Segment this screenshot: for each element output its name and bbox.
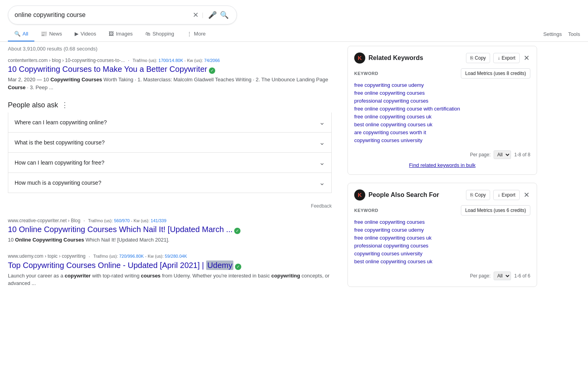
feedback-text[interactable]: Feedback [311, 203, 332, 209]
widget-title-1: Related Keywords [368, 54, 423, 62]
result-url-1: contentwriters.com › blog › 10-copywriti… [8, 58, 125, 63]
per-page-select-1[interactable]: All 10 25 [494, 150, 511, 159]
mic-button[interactable]: 🎤 [207, 9, 218, 21]
tab-images-label: Images [116, 31, 133, 37]
keyword-link-2-0[interactable]: free online copywriting courses [354, 219, 425, 225]
paa-chevron-3: ⌄ [319, 158, 325, 167]
keyword-link-2-3[interactable]: professional copywriting courses [354, 243, 428, 249]
export-icon-2: ↓ [498, 192, 500, 198]
tab-more-label: More [194, 31, 206, 37]
keyword-item-1-5: best online copywriting courses uk [354, 121, 530, 127]
search-tabs: 🔍 All 📰 News ▶ Videos 🖼 Images 🛍 Shoppin… [0, 27, 588, 42]
verified-icon-2: ✓ [234, 228, 240, 234]
paa-chevron-2: ⌄ [319, 138, 325, 147]
copy-button-1[interactable]: ⎘ Copy [466, 53, 490, 63]
keyword-link-1-2[interactable]: professional copywriting courses [354, 98, 428, 104]
close-button-1[interactable]: ✕ [523, 53, 530, 63]
tab-all-label: All [23, 31, 28, 37]
all-icon: 🔍 [14, 31, 21, 37]
search-button[interactable]: 🔍 [218, 9, 230, 21]
search-result-2: www.creative-copywriter.net › Blog · Tra… [8, 217, 332, 244]
result-title-1: 10 Copywriting Courses to Make You a Bet… [8, 64, 332, 74]
clear-icon[interactable]: ✕ [193, 11, 199, 19]
widget-k-icon-2: K [354, 189, 365, 200]
result-url-row-2: www.creative-copywriter.net › Blog · Tra… [8, 217, 332, 223]
widget-header-2: K People Also Search For ⎘ Copy ↓ Export… [354, 189, 530, 200]
export-icon-1: ↓ [498, 55, 500, 61]
page-info-1: 1-8 of 8 [514, 152, 530, 157]
paa-item-4[interactable]: How much is a copywriting course? ⌄ [8, 173, 332, 193]
paa-item-1[interactable]: Where can I learn copywriting online? ⌄ [8, 112, 332, 133]
right-column: K Related Keywords ⎘ Copy ↓ Export ✕ KE [348, 46, 537, 297]
keyword-link-2-4[interactable]: copywriting courses university [354, 251, 423, 257]
widget-header-1: K Related Keywords ⎘ Copy ↓ Export ✕ [354, 52, 530, 64]
tab-news[interactable]: 📰 News [34, 27, 68, 41]
per-page-label-2: Per page: [470, 273, 490, 279]
widget-footer-2: Per page: All 10 25 1-6 of 6 [354, 268, 530, 280]
keyword-link-1-6[interactable]: are copywriting courses worth it [354, 129, 426, 135]
tab-shopping-label: Shopping [152, 31, 174, 37]
result-traf-2: Traf/mo (us): 560/970 - Kw (us): 141/339 [88, 218, 166, 223]
keyword-item-1-7: copywriting courses university [354, 137, 530, 143]
paa-question-2: What is the best copywriting course? [15, 139, 105, 146]
close-button-2[interactable]: ✕ [523, 190, 530, 200]
tab-images[interactable]: 🖼 Images [102, 27, 139, 41]
result-url-row-3: www.udemy.com › topic › copywriting · Tr… [8, 253, 332, 259]
tab-videos[interactable]: ▶ Videos [68, 27, 103, 41]
load-metrics-button-1[interactable]: Load Metrics (uses 8 credits) [461, 68, 530, 79]
export-button-2[interactable]: ↓ Export [493, 190, 520, 200]
keyword-link-1-5[interactable]: best online copywriting courses uk [354, 122, 432, 127]
result-snippet-3: Launch your career as a copywriter with … [8, 272, 332, 287]
verified-icon-1: ✓ [209, 67, 215, 74]
tab-all[interactable]: 🔍 All [8, 27, 34, 41]
result-title-link-3[interactable]: Top Copywriting Courses Online - Updated… [8, 261, 241, 270]
left-column: About 3,910,000 results (0.68 seconds) c… [8, 46, 332, 297]
copy-label-2: Copy [475, 192, 486, 198]
tab-videos-label: Videos [81, 31, 96, 37]
paa-question-4: How much is a copywriting course? [15, 180, 101, 186]
news-icon: 📰 [41, 31, 47, 37]
result-url-row-1: contentwriters.com › blog › 10-copywriti… [8, 57, 332, 63]
paa-chevron-4: ⌄ [319, 178, 325, 187]
result-title-link-1[interactable]: 10 Copywriting Courses to Make You a Bet… [8, 65, 215, 73]
keyword-item-1-6: are copywriting courses worth it [354, 129, 530, 135]
copy-button-2[interactable]: ⎘ Copy [466, 190, 490, 200]
paa-question-1: Where can I learn copywriting online? [15, 119, 107, 126]
result-url-3: www.udemy.com › topic › copywriting [8, 253, 86, 259]
paa-item-3[interactable]: How can I learn copywriting for free? ⌄ [8, 153, 332, 173]
tools-link[interactable]: Tools [568, 31, 580, 37]
export-label-1: Export [502, 55, 515, 61]
keyword-link-2-1[interactable]: free copywriting course udemy [354, 227, 424, 233]
related-keywords-widget: K Related Keywords ⎘ Copy ↓ Export ✕ KE [348, 46, 537, 175]
tab-shopping[interactable]: 🛍 Shopping [139, 27, 180, 41]
keyword-item-1-2: professional copywriting courses [354, 97, 530, 104]
people-also-search-widget: K People Also Search For ⎘ Copy ↓ Export… [348, 183, 537, 287]
paa-header: People also ask ⋮ [8, 101, 332, 109]
keyword-link-1-1[interactable]: free online copywriting courses [354, 90, 425, 96]
keyword-item-1-0: free copywriting course udemy [354, 82, 530, 88]
search-input[interactable] [15, 11, 193, 19]
keyword-link-1-7[interactable]: copywriting courses university [354, 137, 423, 143]
keyword-link-1-4[interactable]: free online copywriting courses uk [354, 114, 432, 120]
tab-news-label: News [49, 31, 62, 37]
keyword-item-2-2: free online copywriting courses uk [354, 234, 530, 241]
more-icon: ⋮ [187, 31, 192, 37]
widget-footer-1: Per page: All 10 25 1-8 of 8 [354, 147, 530, 159]
load-metrics-button-2[interactable]: Load Metrics (uses 6 credits) [461, 205, 530, 215]
keyword-link-1-3[interactable]: free online copywriting course with cert… [354, 106, 460, 112]
keyword-link-2-2[interactable]: free online copywriting courses uk [354, 235, 432, 241]
keyword-col-label-2: KEYWORD [354, 208, 378, 213]
keyword-item-2-4: copywriting courses university [354, 250, 530, 257]
export-button-1[interactable]: ↓ Export [493, 53, 520, 63]
paa-menu-icon[interactable]: ⋮ [61, 101, 68, 109]
per-page-select-2[interactable]: All 10 25 [494, 272, 511, 280]
search-bar: ✕ | 🎤 🔍 [8, 6, 237, 24]
keyword-link-2-5[interactable]: best online copywriting courses uk [354, 259, 432, 264]
result-traf-1: Traf/mo (us): 1700/14.80K - Kw (us): 74/… [133, 58, 220, 63]
tab-more[interactable]: ⋮ More [180, 27, 212, 41]
settings-link[interactable]: Settings [543, 31, 562, 37]
keyword-link-1-0[interactable]: free copywriting course udemy [354, 82, 424, 88]
find-bulk-link-1[interactable]: Find related keywords in bulk [354, 162, 530, 168]
result-title-link-2[interactable]: 10 Online Copywriting Courses Which Nail… [8, 225, 240, 234]
paa-item-2[interactable]: What is the best copywriting course? ⌄ [8, 133, 332, 153]
